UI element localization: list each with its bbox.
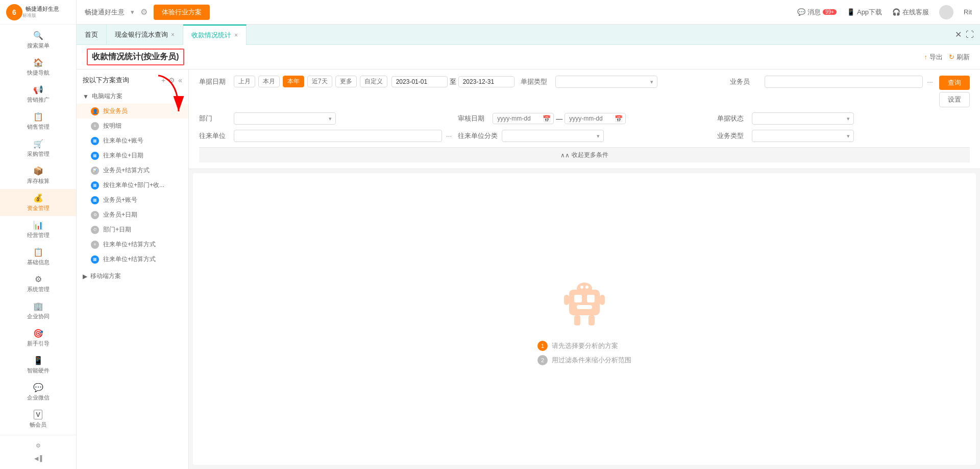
logo-icon: 6 [6,4,22,20]
date-this-year[interactable]: 本年 [283,76,304,87]
refresh-icon: ↻ [949,53,954,61]
export-label: 导出 [929,53,943,62]
scheme-item-salesperson[interactable]: 👤 按业务员 [77,104,188,119]
left-panel-title: 按以下方案查询 [83,76,129,85]
sidebar-item-purchase[interactable]: 🛒 采购管理 [0,135,76,162]
scheme-item-partner-account[interactable]: ▦ 往来单位+账号 [77,133,188,148]
mobile-scheme-group: ▶ 移动端方案 [77,269,188,284]
empty-illustration [554,269,615,331]
app-download-button[interactable]: 📱 App下载 [847,8,882,17]
partner-dots[interactable]: ··· [446,132,452,140]
date-to-input[interactable] [458,76,514,87]
sidebar-settings[interactable]: ⚙ [0,439,76,452]
doc-status-select[interactable] [752,112,854,125]
sidebar-item-basic[interactable]: 📋 基础信息 [0,243,76,270]
scheme-settings-button[interactable]: ⚙ [168,76,175,84]
svg-rect-1 [574,295,582,302]
scheme-item-dept-date[interactable]: ⏱ 部门+日期 [77,222,188,237]
salesperson-input[interactable] [765,76,923,88]
sidebar: 6 畅捷通好生意 标准版 🔍 搜索菜单 🏠 快捷导航 📢 营销推广 📋 销售管理… [0,0,77,469]
scheme-item-partner-settlement1[interactable]: ≡ 往来单位+结算方式 [77,237,188,252]
dept-date-icon: ⏱ [91,226,99,234]
partner-input[interactable] [234,130,442,142]
scheme-item-partner-settlement2[interactable]: ▦ 往来单位+结算方式 [77,252,188,267]
refresh-button[interactable]: ↻ 刷新 [949,53,970,62]
pc-scheme-group-title[interactable]: ▼ 电脑端方案 [77,89,188,104]
partner-date-icon: ▦ [91,152,99,160]
sidebar-item-operation[interactable]: 📊 经营管理 [0,216,76,243]
dept-select[interactable] [234,112,336,125]
query-button[interactable]: 查询 [939,76,970,90]
date-last-7days[interactable]: 近7天 [307,76,332,87]
partner-category-select[interactable] [502,130,604,142]
biz-type-select[interactable] [752,130,854,142]
tab-collection-close[interactable]: × [234,32,238,39]
tab-expand[interactable]: ⛶ [966,30,974,39]
sidebar-item-member[interactable]: V 畅会员 [0,406,76,433]
sidebar-item-enterprise[interactable]: 🏢 企业协同 [0,297,76,324]
tab-close-all[interactable]: ✕ [955,30,962,39]
add-scheme-button[interactable]: + [161,76,165,84]
salesperson-dots[interactable]: ··· [927,78,933,86]
sidebar-item-label: 库存核算 [27,177,50,185]
sidebar-item-sales[interactable]: 📋 销售管理 [0,108,76,135]
pc-scheme-group: ▼ 电脑端方案 👤 按业务员 ≡ 按明细 ▦ 往来单位+账号 ▦ [77,89,188,267]
date-last-month[interactable]: 上月 [234,76,255,87]
sidebar-item-label: 畅会员 [30,421,46,429]
filter-settings-button[interactable]: 设置 [939,92,970,107]
sidebar-item-inventory[interactable]: 📦 库存核算 [0,162,76,189]
date-from-input[interactable] [391,76,448,87]
sidebar-item-search[interactable]: 🔍 搜索菜单 [0,27,76,54]
scheme-item-detail[interactable]: ≡ 按明细 [77,119,188,133]
sales-icon: 📋 [33,112,43,122]
export-button[interactable]: ↑ 导出 [924,53,943,62]
date-more[interactable]: 更多 [335,76,357,87]
review-calendar-to-icon[interactable]: 📅 [615,115,623,123]
customer-service-button[interactable]: 🎧 在线客服 [892,8,929,17]
mobile-scheme-group-title[interactable]: ▶ 移动端方案 [77,269,188,284]
tab-bank-flow[interactable]: 现金银行流水查询 × [107,25,183,45]
date-this-month[interactable]: 本月 [258,76,280,87]
scheme-item-partner-date[interactable]: ▦ 往来单位+日期 [77,148,188,163]
tab-collection[interactable]: 收款情况统计 × [183,25,247,45]
sidebar-item-label: 营销推广 [27,96,50,104]
tab-home[interactable]: 首页 [77,25,107,45]
panel-collapse-button[interactable]: « [178,76,182,84]
sidebar-logo: 6 畅捷通好生意 标准版 [0,0,76,25]
messages-button[interactable]: 💬 消息 99+ [797,8,837,17]
content-area: 按以下方案查询 + ⚙ « ▼ 电脑端方案 👤 按业务员 [77,69,980,469]
tab-bank-flow-close[interactable]: × [171,31,175,38]
sidebar-item-label: 新手引导 [27,340,50,347]
step-1-number: 1 [537,341,548,351]
sidebar-item-shortcut[interactable]: 🏠 快捷导航 [0,54,76,81]
sidebar-collapse[interactable]: ◀▐ [0,452,76,465]
left-panel-actions: + ⚙ « [161,76,182,84]
tab-home-label: 首页 [85,30,98,39]
topbar: 畅捷通好生意 ▾ ⚙ 体验行业方案 💬 消息 99+ 📱 App下载 🎧 在线客… [77,0,980,25]
sidebar-item-label: 搜索菜单 [27,42,50,50]
sidebar-item-wechat[interactable]: 💬 企业微信 [0,379,76,406]
trial-button[interactable]: 体验行业方案 [154,5,210,20]
scheme-item-label: 按往来单位+部门+收... [103,181,164,190]
date-custom[interactable]: 自定义 [360,76,387,87]
scheme-item-salesperson-account[interactable]: ▦ 业务员+账号 [77,193,188,207]
svg-point-8 [577,283,592,295]
scheme-item-salesperson-settlement[interactable]: 📊 业务员+结算方式 [77,163,188,178]
page-title: 收款情况统计(按业务员) [87,49,184,65]
sidebar-item-finance[interactable]: 💰 资金管理 [0,189,76,216]
sidebar-item-label: 经营管理 [27,231,50,239]
scheme-item-salesperson-date[interactable]: ⚙ 业务员+日期 [77,207,188,222]
sidebar-item-system[interactable]: ⚙ 系统管理 [0,270,76,297]
topbar-breadcrumb: 畅捷通好生意 [85,8,125,17]
sidebar-item-marketing[interactable]: 📢 营销推广 [0,81,76,108]
sidebar-item-label: 基础信息 [27,259,50,266]
sidebar-item-guide[interactable]: 🎯 新手引导 [0,324,76,351]
topbar-settings-icon[interactable]: ⚙ [140,7,148,17]
review-calendar-from-icon[interactable]: 📅 [543,115,551,123]
scheme-item-partner-dept[interactable]: ▦ 按往来单位+部门+收... [77,178,188,193]
search-icon: 🔍 [33,31,43,40]
collapse-more-button[interactable]: ∧∧ 收起更多条件 [199,147,970,162]
date-range-inputs: 至 [391,76,514,87]
doc-type-select[interactable] [555,76,657,88]
sidebar-item-hardware[interactable]: 📱 智能硬件 [0,351,76,379]
